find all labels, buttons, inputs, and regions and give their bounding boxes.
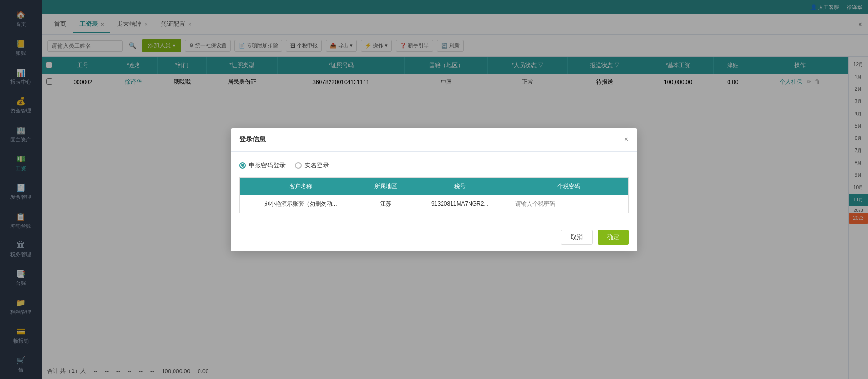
- password-input[interactable]: [515, 200, 623, 207]
- inner-cell-taxid: 91320811MA7NGR2...: [410, 195, 510, 213]
- inner-cell-name: 刘小艳演示账套（勿删勿动...: [240, 195, 362, 213]
- login-info-dialog: 登录信息 × 申报密码登录 实名登录 客户名称 所属地区: [231, 128, 637, 251]
- radio-realname-dot: [295, 162, 302, 169]
- dialog-body: 申报密码登录 实名登录 客户名称 所属地区 税号 个税密码: [231, 152, 637, 223]
- cancel-button[interactable]: 取消: [561, 230, 593, 245]
- inner-table: 客户名称 所属地区 税号 个税密码 刘小艳演示账套（勿删勿动... 江苏 913…: [239, 177, 629, 213]
- inner-col-password: 个税密码: [510, 177, 629, 195]
- dialog-overlay: 登录信息 × 申报密码登录 实名登录 客户名称 所属地区: [0, 0, 868, 379]
- dialog-footer: 取消 确定: [231, 223, 637, 251]
- inner-col-taxid: 税号: [410, 177, 510, 195]
- dialog-title: 登录信息: [239, 135, 266, 144]
- dialog-close-button[interactable]: ×: [624, 135, 629, 145]
- inner-cell-region: 江苏: [361, 195, 410, 213]
- radio-password-login[interactable]: 申报密码登录: [239, 161, 286, 170]
- dialog-header: 登录信息 ×: [231, 128, 637, 152]
- radio-group: 申报密码登录 实名登录: [239, 161, 629, 170]
- inner-col-name: 客户名称: [240, 177, 362, 195]
- radio-password-label: 申报密码登录: [249, 161, 286, 170]
- radio-realname-label: 实名登录: [304, 161, 329, 170]
- radio-password-dot: [239, 162, 246, 169]
- inner-col-region: 所属地区: [361, 177, 410, 195]
- radio-realname-login[interactable]: 实名登录: [295, 161, 329, 170]
- inner-table-row: 刘小艳演示账套（勿删勿动... 江苏 91320811MA7NGR2...: [240, 195, 629, 213]
- inner-cell-password[interactable]: [510, 195, 629, 213]
- confirm-button[interactable]: 确定: [598, 230, 629, 245]
